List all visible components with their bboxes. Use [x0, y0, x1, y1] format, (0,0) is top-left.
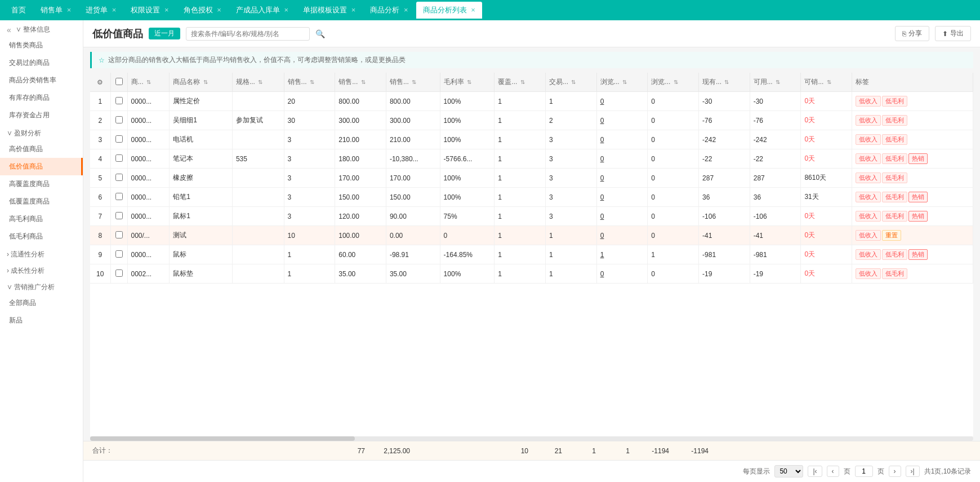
row-checkbox[interactable] — [115, 269, 123, 277]
export-btn[interactable]: ⬆ 导出 — [935, 26, 971, 41]
nav-analysis[interactable]: 商品分析 × — [363, 2, 415, 19]
select-all-checkbox[interactable] — [115, 78, 123, 85]
td-pv1[interactable]: 0 — [596, 111, 648, 130]
td-checkbox[interactable] — [110, 130, 127, 149]
per-page-select[interactable]: 50 100 200 — [774, 465, 803, 477]
pv1-link[interactable]: 0 — [600, 213, 604, 220]
next-page-btn[interactable]: › — [889, 466, 901, 477]
td-checkbox[interactable] — [110, 207, 127, 226]
nav-template[interactable]: 单据模板设置 × — [296, 2, 362, 19]
search-icon[interactable]: 🔍 — [315, 29, 325, 38]
prev-page-btn[interactable]: ‹ — [827, 466, 839, 477]
search-input[interactable] — [186, 27, 310, 41]
pv1-link[interactable]: 0 — [600, 193, 604, 201]
sidebar-item-low-margin[interactable]: 低毛利商品 — [0, 228, 83, 245]
sidebar-item-category-rate[interactable]: 商品分类销售率 — [0, 72, 83, 89]
row-checkbox[interactable] — [115, 231, 123, 238]
sidebar-item-high-margin[interactable]: 高毛利商品 — [0, 210, 83, 228]
sidebar-item-traded[interactable]: 交易过的商品 — [0, 54, 83, 72]
td-pv1[interactable]: 0 — [596, 226, 648, 245]
td-pv1[interactable]: 0 — [596, 92, 648, 111]
th-name[interactable]: 商品名称 ⇅ — [170, 73, 233, 92]
row-checkbox[interactable] — [115, 174, 123, 181]
sidebar-item-low-coverage[interactable]: 低覆盖度商品 — [0, 193, 83, 210]
nav-purchase[interactable]: 进货单 × — [79, 2, 123, 19]
td-checkbox[interactable] — [110, 169, 127, 188]
section-profit[interactable]: ∨ 盈财分析 — [0, 124, 83, 140]
share-btn[interactable]: ⎘ 分享 — [895, 26, 929, 41]
pv1-link[interactable]: 0 — [600, 98, 604, 105]
th-days[interactable]: 可销... ⇅ — [801, 73, 852, 92]
sidebar-item-high-coverage[interactable]: 高覆盖度商品 — [0, 175, 83, 193]
section-overall[interactable]: « ∨ 整体信息 — [0, 20, 83, 37]
td-pv1[interactable]: 0 — [596, 149, 648, 169]
td-pv1[interactable]: 0 — [596, 264, 648, 284]
row-checkbox[interactable] — [115, 193, 123, 200]
section-flow[interactable]: › 流通性分析 — [0, 245, 83, 262]
sidebar-item-low-value[interactable]: 低价值商品 — [0, 158, 83, 175]
nav-template-close[interactable]: × — [351, 6, 356, 14]
td-checkbox[interactable] — [110, 92, 127, 111]
nav-permission-close[interactable]: × — [164, 6, 169, 14]
nav-home[interactable]: 首页 — [5, 2, 33, 19]
nav-sales-close[interactable]: × — [67, 6, 72, 14]
th-pv1[interactable]: 浏览... ⇅ — [596, 73, 648, 92]
td-pv1[interactable]: 0 — [596, 188, 648, 207]
period-btn[interactable]: 近一月 — [149, 28, 180, 39]
table-scrollbar[interactable] — [90, 436, 973, 441]
th-tags[interactable]: 标签 — [852, 73, 973, 92]
pv1-link[interactable]: 0 — [600, 270, 604, 278]
sidebar-item-high-value[interactable]: 高价值商品 — [0, 140, 83, 158]
sidebar-item-new[interactable]: 新品 — [0, 312, 83, 329]
th-stock[interactable]: 现有... ⇅ — [699, 73, 750, 92]
sidebar-item-all-goods[interactable]: 全部商品 — [0, 294, 83, 312]
last-page-btn[interactable]: ›| — [906, 466, 920, 477]
row-checkbox[interactable] — [115, 97, 123, 104]
td-pv1[interactable]: 0 — [596, 169, 648, 188]
th-pv2[interactable]: 浏览... ⇅ — [648, 73, 699, 92]
td-checkbox[interactable] — [110, 149, 127, 169]
row-checkbox[interactable] — [115, 154, 123, 162]
th-amount[interactable]: 销售... ⇅ — [386, 73, 440, 92]
sidebar-item-sales-goods[interactable]: 销售类商品 — [0, 37, 83, 54]
collapse-overall-icon[interactable]: « — [7, 25, 11, 34]
nav-role[interactable]: 角色授权 × — [177, 2, 228, 19]
sidebar-item-stocked[interactable]: 有库存的商品 — [0, 89, 83, 107]
pv1-link[interactable]: 0 — [600, 117, 604, 125]
nav-sales[interactable]: 销售单 × — [34, 2, 78, 19]
nav-analysis-close[interactable]: × — [404, 6, 408, 14]
nav-product-in-close[interactable]: × — [284, 6, 289, 14]
td-checkbox[interactable] — [110, 111, 127, 130]
data-table-container[interactable]: ⚙ 商... ⇅ 商品名称 ⇅ 规格... ⇅ 销售... ⇅ 销售... ⇅ … — [90, 73, 973, 436]
nav-product-in[interactable]: 产成品入库单 × — [229, 2, 295, 19]
first-page-btn[interactable]: |‹ — [808, 466, 822, 477]
th-coverage[interactable]: 覆盖... ⇅ — [495, 73, 546, 92]
th-price[interactable]: 销售... ⇅ — [335, 73, 386, 92]
nav-analysis-list-close[interactable]: × — [471, 6, 475, 14]
nav-role-close[interactable]: × — [217, 6, 221, 14]
th-qty[interactable]: 销售... ⇅ — [284, 73, 335, 92]
td-checkbox[interactable] — [110, 188, 127, 207]
sidebar-item-capital[interactable]: 库存资金占用 — [0, 107, 83, 124]
td-pv1[interactable]: 0 — [596, 207, 648, 226]
td-checkbox[interactable] — [110, 264, 127, 284]
pv1-link[interactable]: 1 — [600, 251, 604, 259]
th-code[interactable]: 商... ⇅ — [127, 73, 170, 92]
td-pv1[interactable]: 1 — [596, 245, 648, 264]
th-gross[interactable]: 毛利率 ⇅ — [440, 73, 495, 92]
section-marketing[interactable]: ∨ 营销推广分析 — [0, 278, 83, 294]
td-checkbox[interactable] — [110, 226, 127, 245]
nav-permission[interactable]: 权限设置 × — [124, 2, 175, 19]
pv1-link[interactable]: 0 — [600, 232, 604, 240]
row-checkbox[interactable] — [115, 212, 123, 219]
row-checkbox[interactable] — [115, 250, 123, 258]
th-avail[interactable]: 可用... ⇅ — [750, 73, 801, 92]
page-input[interactable] — [855, 466, 873, 477]
th-settings[interactable]: ⚙ — [90, 73, 110, 92]
pv1-link[interactable]: 0 — [600, 174, 604, 182]
row-checkbox[interactable] — [115, 116, 123, 123]
th-spec[interactable]: 规格... ⇅ — [232, 73, 284, 92]
th-checkbox[interactable] — [110, 73, 127, 92]
pv1-link[interactable]: 0 — [600, 136, 604, 144]
nav-purchase-close[interactable]: × — [112, 6, 117, 14]
